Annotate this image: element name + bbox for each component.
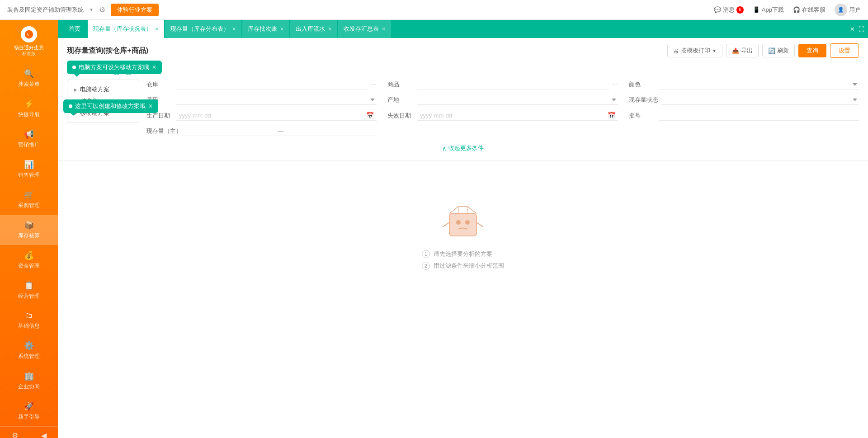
stock-max-input[interactable] <box>285 126 377 136</box>
step-text-2: 用过滤条件来缩小分析范围 <box>434 262 504 270</box>
gear-button[interactable]: ⚙ <box>99 5 105 14</box>
stock-status-select[interactable] <box>661 95 859 105</box>
produce-date-icon[interactable]: 📅 <box>366 112 374 119</box>
stock-min-input[interactable] <box>184 126 276 136</box>
tooltip-text-1: 电脑方案可设为移动方案哦 <box>79 63 149 71</box>
app-download-btn[interactable]: 📱 App下载 <box>753 6 784 14</box>
setting-btn[interactable]: 设置 <box>830 43 859 58</box>
tooltip-close-2[interactable]: ✕ <box>148 103 153 109</box>
message-badge: 6 <box>736 6 744 14</box>
color-select[interactable] <box>659 80 859 89</box>
batch-no-input[interactable] <box>659 111 859 121</box>
product-dots-icon[interactable]: ··· <box>612 80 618 89</box>
tree-arrow-pc: ▶ <box>74 87 77 92</box>
tab-home[interactable]: 首页 <box>61 20 88 38</box>
sidebar-label-enterprise: 企业协同 <box>18 383 40 391</box>
top-bar-right: 💬 消息 6 📱 App下载 🎧 在线客服 👤 用户 <box>714 4 861 16</box>
produce-date-input[interactable]: yyyy-mm-dd 📅 <box>176 110 377 121</box>
tree-label-pc: 电脑端方案 <box>80 85 109 94</box>
sidebar-item-basic[interactable]: 🗂 基础信息 <box>0 306 58 335</box>
tab-inventory-distribution[interactable]: 现存量（库存分布表） ✕ <box>165 20 241 38</box>
tab-bar: 首页 现存量（库存状况表） ✕ 现存量（库存分布表） ✕ 库存批次账 ✕ 出入库… <box>58 20 868 38</box>
tab-batch-label: 库存批次账 <box>248 25 277 33</box>
sidebar-label-basic: 基础信息 <box>18 322 40 330</box>
tab-fullscreen-btn[interactable]: ⛶ <box>859 26 864 33</box>
tab-close-5[interactable]: ✕ <box>382 26 386 32</box>
message-btn[interactable]: 💬 消息 6 <box>714 6 744 14</box>
app-label: App下载 <box>762 6 784 14</box>
size-select[interactable] <box>176 95 377 105</box>
page-actions: 🖨 按模板打印 ▼ 📤 导出 🔄 刷新 查询 设 <box>667 43 859 58</box>
tab-close-4[interactable]: ✕ <box>328 26 332 32</box>
sidebar-label-operation: 经营管理 <box>18 292 40 300</box>
product-label: 商品 <box>387 80 415 89</box>
print-icon: 🖨 <box>673 47 679 54</box>
page-title: 现存量查询(按仓库+商品) <box>67 46 148 56</box>
step-num-2: 2 <box>422 262 430 270</box>
scheme-tree-wrapper: 电脑方案可设为移动方案哦 ✕ 这里可以创建和修改方案哦 ✕ <box>67 80 139 138</box>
sidebar-item-marketing[interactable]: 📢 营销推广 <box>0 124 58 154</box>
filter-stock-main-row: 现存量（主） — <box>146 126 377 136</box>
sidebar-item-guide[interactable]: 🚀 新手引导 <box>0 396 58 426</box>
filter-row-2: 尺码 产地 现存量状态 <box>146 95 859 105</box>
sidebar-item-search[interactable]: 🔍 搜索菜单 <box>0 63 58 94</box>
sidebar-item-inventory[interactable]: 📦 库存核算 <box>0 215 58 245</box>
inventory-icon: 📦 <box>24 220 34 230</box>
filter-expire-date-row: 失效日期 yyyy-mm-dd 📅 <box>387 110 618 121</box>
tree-item-pc[interactable]: ▶ 电脑端方案 <box>71 84 135 95</box>
expire-date-icon[interactable]: 📅 <box>608 112 615 119</box>
stock-status-label: 现存量状态 <box>629 96 658 104</box>
sidebar-item-sales[interactable]: 📊 销售管理 <box>0 154 58 184</box>
tab-close-1[interactable]: ✕ <box>155 26 159 32</box>
filter-warehouse-row: 仓库 ··· <box>146 80 377 89</box>
sidebar-item-system[interactable]: ⚙️ 系统管理 <box>0 335 58 366</box>
tab-close-all-btn[interactable]: ✕ <box>850 26 855 33</box>
tab-inventory-status[interactable]: 现存量（库存状况表） ✕ <box>88 20 164 38</box>
service-label: 在线客服 <box>802 6 826 14</box>
enterprise-icon: 🏢 <box>24 371 34 381</box>
empty-state: 1 请先选择要分析的方案 2 用过滤条件来缩小分析范围 <box>58 161 868 306</box>
sidebar-label-search: 搜索菜单 <box>18 80 40 88</box>
sidebar-item-finance[interactable]: 💰 资金管理 <box>0 245 58 275</box>
export-icon: 📤 <box>732 47 739 54</box>
sidebar-item-operation[interactable]: 📋 经营管理 <box>0 275 58 306</box>
query-btn[interactable]: 查询 <box>798 44 826 57</box>
settings-bottom-btn[interactable]: ⚙ <box>12 431 18 438</box>
origin-select[interactable] <box>417 95 618 105</box>
tooltip-dot-2 <box>69 104 72 108</box>
refresh-btn[interactable]: 🔄 刷新 <box>762 44 795 57</box>
headset-icon: 🎧 <box>793 6 800 13</box>
service-btn[interactable]: 🎧 在线客服 <box>793 6 826 14</box>
tab-inout-flow[interactable]: 出入库流水 ✕ <box>290 20 337 38</box>
export-btn[interactable]: 📤 导出 <box>726 44 759 57</box>
user-label: 用户 <box>849 6 861 14</box>
svg-point-4 <box>465 220 470 225</box>
print-btn[interactable]: 🖨 按模板打印 ▼ <box>667 44 722 57</box>
tooltip-create: 这里可以创建和修改方案哦 ✕ <box>63 99 158 113</box>
system-icon: ⚙️ <box>24 341 34 351</box>
sidebar-label-quick: 快捷导航 <box>18 111 40 118</box>
sidebar-item-quick[interactable]: ⚡ 快捷导航 <box>0 94 58 124</box>
system-title: 装备及固定资产辅助管理系统 <box>7 6 84 14</box>
sidebar-label-inventory: 库存核算 <box>18 232 40 240</box>
exp-btn[interactable]: 体验行业方案 <box>111 4 159 16</box>
collapse-btn[interactable]: ∧ 收起更多条件 <box>67 141 859 155</box>
warehouse-dots-icon[interactable]: ··· <box>371 80 377 89</box>
message-label: 消息 <box>723 6 735 14</box>
marketing-icon: 📢 <box>24 129 34 139</box>
collapse-sidebar-btn[interactable]: ◀ <box>41 431 47 438</box>
sidebar-item-enterprise[interactable]: 🏢 企业协同 <box>0 366 58 396</box>
expire-date-input[interactable]: yyyy-mm-dd 📅 <box>417 110 618 121</box>
sidebar-item-purchase[interactable]: 🛒 采购管理 <box>0 184 58 215</box>
tooltip-close-1[interactable]: ✕ <box>152 64 156 71</box>
tab-close-3[interactable]: ✕ <box>280 26 284 32</box>
tab-inventory-status-label: 现存量（库存状况表） <box>93 25 152 33</box>
filter-row-4: 现存量（主） — <box>146 126 859 136</box>
warehouse-input[interactable] <box>176 80 368 89</box>
svg-line-5 <box>443 222 449 227</box>
tab-close-2[interactable]: ✕ <box>232 26 236 32</box>
tab-summary[interactable]: 收发存汇总表 ✕ <box>338 20 391 38</box>
tab-batch-ledger[interactable]: 库存批次账 ✕ <box>242 20 289 38</box>
product-input[interactable] <box>417 80 609 89</box>
user-btn[interactable]: 👤 用户 <box>835 4 861 16</box>
